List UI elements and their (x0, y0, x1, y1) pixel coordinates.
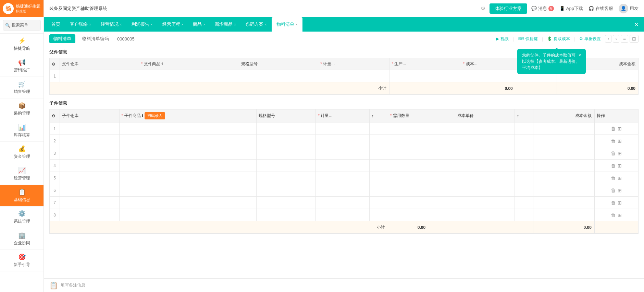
nav-tab-4[interactable]: 经营历程 × (158, 17, 188, 32)
delete-icon-4[interactable]: 🗑 (611, 163, 616, 168)
child-unit-1[interactable] (316, 122, 370, 135)
child-th-settings[interactable]: ⚙ (50, 109, 60, 122)
menu-arrow[interactable]: ≡ (621, 35, 628, 43)
delete-icon-3[interactable]: 🗑 (611, 151, 616, 156)
child-warehouse-2[interactable] (60, 135, 120, 147)
child-product-7[interactable] (119, 197, 256, 209)
child-unit-cost-8[interactable] (455, 209, 515, 221)
parent-unit-cell[interactable] (318, 70, 389, 82)
parent-produce-cell[interactable] (389, 70, 461, 82)
tab-close-3[interactable]: × (151, 23, 153, 26)
copy-icon-5[interactable]: ⊞ (618, 175, 622, 181)
nav-tab-7[interactable]: 条码方案 × (241, 17, 272, 32)
content-scroll[interactable]: 父件信息 ⚙ 父件仓库 * 父件商品 ℹ 规格型号 * 计量... * 生产..… (44, 46, 644, 278)
child-product-5[interactable] (119, 172, 256, 184)
copy-icon-4[interactable]: ⊞ (618, 163, 622, 168)
close-all-tabs-button[interactable]: ✕ (631, 21, 641, 28)
trial-button[interactable]: 体验行业方案 (490, 3, 527, 14)
sidebar-item-enterprise[interactable]: 🏢 企业协同 (0, 228, 44, 250)
nav-tab-8[interactable]: 物料清单 × (272, 17, 302, 32)
sidebar-item-basic-info[interactable]: 📋 基础信息 (0, 185, 44, 207)
copy-icon-3[interactable]: ⊞ (618, 151, 622, 156)
child-warehouse-1[interactable] (60, 122, 120, 135)
prev-arrow[interactable]: ‹ (605, 35, 611, 43)
child-unit-cost-1[interactable] (455, 122, 515, 135)
child-unit-cost-6[interactable] (455, 184, 515, 197)
delete-icon-1[interactable]: 🗑 (611, 126, 616, 131)
child-qty-8[interactable] (388, 209, 455, 221)
sidebar-item-operations[interactable]: 📈 经营管理 (0, 163, 44, 185)
sidebar-item-system[interactable]: ⚙️ 系统管理 (0, 207, 44, 228)
tab-close-8[interactable]: × (296, 23, 298, 26)
delete-icon-2[interactable]: 🗑 (611, 138, 616, 144)
child-unit-cost-4[interactable] (455, 160, 515, 172)
th-settings[interactable]: ⚙ (50, 58, 60, 70)
child-unit-7[interactable] (316, 197, 370, 209)
nav-tab-2[interactable]: 经营情况 × (96, 17, 127, 32)
delete-icon-8[interactable]: 🗑 (611, 212, 616, 218)
child-unit-5[interactable] (316, 172, 370, 184)
delete-icon-6[interactable]: 🗑 (611, 188, 616, 193)
tab-close-5[interactable]: × (203, 23, 205, 26)
app-download-button[interactable]: 📱 App下载 (559, 5, 583, 12)
sidebar-item-inventory[interactable]: 📊 库存核算 (0, 120, 44, 142)
tab-close-7[interactable]: × (265, 23, 267, 26)
nav-tab-1[interactable]: 客户联络 × (65, 17, 96, 32)
child-qty-5[interactable] (388, 172, 455, 184)
child-qty-3[interactable] (388, 147, 455, 160)
child-warehouse-7[interactable] (60, 197, 120, 209)
child-unit-3[interactable] (316, 147, 370, 160)
child-product-2[interactable] (119, 135, 256, 147)
expand-icon[interactable]: ⊞ (630, 35, 639, 43)
child-spec-1[interactable] (256, 122, 316, 135)
child-unit-4[interactable] (316, 160, 370, 172)
child-spec-5[interactable] (256, 172, 316, 184)
nav-tab-3[interactable]: 利润报告 × (127, 17, 158, 32)
child-product-1[interactable] (119, 122, 256, 135)
tooltip-close-button[interactable]: × (579, 52, 581, 58)
child-product-3[interactable] (119, 147, 256, 160)
child-qty-7[interactable] (388, 197, 455, 209)
copy-icon-6[interactable]: ⊞ (618, 188, 622, 193)
user-menu-button[interactable]: 👤 用友 (619, 4, 639, 13)
parent-warehouse-cell[interactable] (60, 70, 139, 82)
copy-icon-8[interactable]: ⊞ (618, 212, 622, 218)
nav-tab-6[interactable]: 新增商品 × (210, 17, 241, 32)
child-warehouse-6[interactable] (60, 184, 120, 197)
message-button[interactable]: 💬 消息 6 (531, 5, 554, 12)
child-unit-6[interactable] (316, 184, 370, 197)
parent-spec-cell[interactable] (239, 70, 318, 82)
tab-close-4[interactable]: × (182, 23, 184, 26)
bill-settings-button[interactable]: ⚙ 单据设置 (579, 36, 601, 42)
sidebar-item-finance[interactable]: 💰 资金管理 (0, 142, 44, 163)
online-service-button[interactable]: 🎧 在线客服 (589, 5, 613, 12)
child-unit-cost-5[interactable] (455, 172, 515, 184)
tab-close-2[interactable]: × (120, 23, 122, 26)
scan-input-button[interactable]: 扫码录入 (145, 112, 165, 119)
tab-close-6[interactable]: × (234, 23, 236, 26)
child-qty-1[interactable] (388, 122, 455, 135)
child-spec-8[interactable] (256, 209, 316, 221)
bottom-text[interactable]: 填写备注信息 (61, 282, 85, 288)
shortcut-button[interactable]: ⌨ 快捷键 (518, 36, 538, 42)
sidebar-item-marketing[interactable]: 📢 营销推广 (0, 55, 44, 77)
extract-cost-button[interactable]: 💲 提取成本 (547, 36, 570, 42)
search-menu-button[interactable]: 🔍 搜索菜单 (3, 20, 41, 31)
child-spec-7[interactable] (256, 197, 316, 209)
child-unit-2[interactable] (316, 135, 370, 147)
next-arrow[interactable]: › (613, 35, 619, 43)
sidebar-item-guide[interactable]: 🎯 新手引导 (0, 250, 44, 271)
copy-icon-2[interactable]: ⊞ (618, 138, 622, 144)
sidebar-item-sales[interactable]: 🛒 销售管理 (0, 77, 44, 98)
child-unit-cost-3[interactable] (455, 147, 515, 160)
child-qty-6[interactable] (388, 184, 455, 197)
child-warehouse-8[interactable] (60, 209, 120, 221)
nav-tab-0[interactable]: 首页 (47, 17, 65, 32)
child-warehouse-5[interactable] (60, 172, 120, 184)
child-product-6[interactable] (119, 184, 256, 197)
child-warehouse-4[interactable] (60, 160, 120, 172)
child-warehouse-3[interactable] (60, 147, 120, 160)
child-unit-8[interactable] (316, 209, 370, 221)
sidebar-item-quick-nav[interactable]: ⚡ 快捷导航 (0, 34, 44, 55)
child-spec-3[interactable] (256, 147, 316, 160)
